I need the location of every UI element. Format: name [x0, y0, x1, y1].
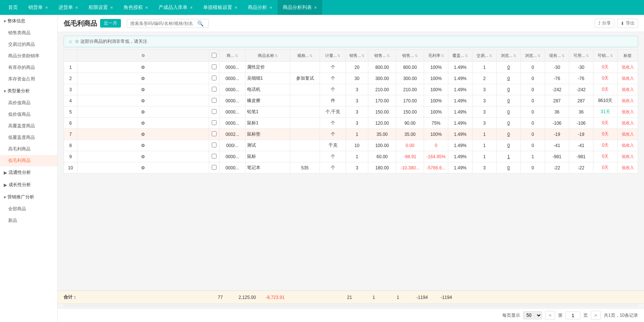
cell-browse1[interactable]: 0 [497, 106, 521, 118]
th-code[interactable]: 商...⇅ [220, 50, 246, 62]
sidebar-item-low-profit[interactable]: 低毛利商品 [0, 155, 57, 166]
sidebar-item-low-value[interactable]: 低价值商品 [0, 109, 57, 120]
th-sellable[interactable]: 可销...⇅ [593, 50, 618, 62]
th-available[interactable]: 可用...⇅ [569, 50, 593, 62]
cell-check[interactable] [209, 118, 220, 129]
nav-template[interactable]: 单据模板设置 ✕ [198, 0, 243, 15]
nav-goods-analysis-list[interactable]: 商品分析列表 ✕ [278, 0, 322, 15]
cell-check[interactable] [209, 106, 220, 118]
cell-name[interactable]: 笔记本 [246, 162, 290, 173]
cell-browse1[interactable]: 0 [497, 62, 521, 73]
cell-check[interactable] [209, 84, 220, 95]
sidebar-section-growth[interactable]: ▶ 成长性分析 [0, 179, 57, 191]
cell-name[interactable]: 铅笔1 [246, 106, 290, 118]
th-gross-rate[interactable]: 毛利率⇅ [424, 50, 448, 62]
th-settings[interactable]: ⚙ [77, 50, 209, 62]
cell-settings[interactable]: ⚙ [77, 151, 209, 162]
sidebar-section-circulation[interactable]: ▶ 流通性分析 [0, 166, 57, 179]
cell-check[interactable] [209, 151, 220, 162]
sidebar-item-traded-goods[interactable]: 交易过的商品 [0, 39, 57, 50]
th-sale-qty[interactable]: 销售...⇅ [346, 50, 368, 62]
th-tag[interactable]: 标签 [618, 50, 638, 62]
cell-browse1[interactable]: 0 [497, 84, 521, 95]
sidebar-item-new-goods[interactable]: 新品 [0, 215, 57, 226]
cell-name[interactable]: 测试 [246, 140, 290, 151]
cell-name[interactable]: 鼠标 [246, 151, 290, 162]
cell-browse1[interactable]: 0 [497, 118, 521, 129]
cell-name[interactable]: 电话机 [246, 84, 290, 95]
nav-sales-order[interactable]: 销货单 ✕ [23, 0, 53, 15]
th-browse2[interactable]: 浏览...⇅ [521, 50, 545, 62]
cell-settings[interactable]: ⚙ [77, 140, 209, 151]
cell-check[interactable] [209, 140, 220, 151]
cell-settings[interactable]: ⚙ [77, 95, 209, 106]
cell-browse1[interactable]: 0 [497, 162, 521, 173]
nav-product-stock[interactable]: 产成品入库单 ✕ [153, 0, 198, 15]
cell-name[interactable]: 属性定价 [246, 62, 290, 73]
sidebar-item-sales-goods[interactable]: 销售类商品 [0, 27, 57, 39]
cell-check[interactable] [209, 62, 220, 73]
th-sale-price[interactable]: 销售...⇅ [368, 50, 396, 62]
sidebar-item-category-rate[interactable]: 商品分类助销率 [0, 50, 57, 62]
cell-settings[interactable]: ⚙ [77, 162, 209, 173]
cell-browse1[interactable]: 0 [497, 140, 521, 151]
cell-settings[interactable]: ⚙ [77, 84, 209, 95]
sidebar-section-overall[interactable]: ▾ 整体信息 [0, 15, 57, 27]
export-button[interactable]: ⬇ 导出 [617, 19, 638, 28]
nav-close-goods-analysis-list[interactable]: ✕ [314, 6, 317, 10]
nav-close-sales-order[interactable]: ✕ [45, 6, 48, 10]
th-spec[interactable]: 规格...⇅ [290, 50, 320, 62]
nav-goods-analysis[interactable]: 商品分析 ✕ [243, 0, 278, 15]
sidebar-item-high-coverage[interactable]: 高覆盖度商品 [0, 120, 57, 132]
sidebar-section-type-analysis[interactable]: ▾ 类型量分析 [0, 85, 57, 97]
th-browse1[interactable]: 浏览...⇅ [497, 50, 521, 62]
sidebar-item-in-stock[interactable]: 有库存的商品 [0, 62, 57, 73]
prev-page-button[interactable]: ＜ [545, 311, 555, 320]
sidebar-item-low-coverage[interactable]: 低覆盖度商品 [0, 132, 57, 143]
cell-browse1[interactable]: 1 [497, 151, 521, 162]
cell-check[interactable] [209, 162, 220, 173]
cell-browse1[interactable]: 0 [497, 73, 521, 84]
search-input[interactable] [130, 21, 197, 26]
page-size-select[interactable]: 50 100 200 [523, 311, 542, 319]
cell-settings[interactable]: ⚙ [77, 73, 209, 84]
cell-settings[interactable]: ⚙ [77, 118, 209, 129]
th-stock-now[interactable]: 现有...⇅ [545, 50, 569, 62]
cell-check[interactable] [209, 73, 220, 84]
nav-close-goods-analysis[interactable]: ✕ [269, 6, 272, 10]
cell-settings[interactable]: ⚙ [77, 129, 209, 140]
check-all[interactable] [212, 53, 217, 58]
horizontal-scrollbar[interactable] [64, 304, 638, 307]
th-name[interactable]: 商品名称⇅ [246, 50, 290, 62]
sidebar-item-high-profit[interactable]: 高毛利商品 [0, 143, 57, 155]
sidebar-section-marketing[interactable]: ▾ 营销推广分析 [0, 191, 57, 203]
nav-purchase[interactable]: 进货单 ✕ [53, 0, 83, 15]
th-unit[interactable]: 计量...⇅ [320, 50, 346, 62]
next-page-button[interactable]: ＞ [591, 311, 601, 320]
cell-name[interactable]: 橡皮擦 [246, 95, 290, 106]
cell-browse1[interactable]: 0 [497, 129, 521, 140]
nav-close-permission[interactable]: ✕ [110, 6, 113, 10]
period-button[interactable]: 近一月 [100, 19, 121, 28]
nav-close-role-auth[interactable]: ✕ [145, 6, 148, 10]
nav-home[interactable]: 首页 [3, 0, 23, 15]
th-sale-profit[interactable]: 销售...⇅ [396, 50, 424, 62]
nav-close-template[interactable]: ✕ [234, 6, 237, 10]
sidebar-item-all-goods[interactable]: 全部商品 [0, 203, 57, 215]
th-coverage[interactable]: 覆盖...⇅ [448, 50, 472, 62]
page-number-input[interactable] [565, 312, 580, 319]
sidebar-item-stock-fund[interactable]: 库存资金占用 [0, 73, 57, 85]
share-button[interactable]: ⤴ 分享 [595, 19, 614, 28]
cell-settings[interactable]: ⚙ [77, 62, 209, 73]
cell-name[interactable]: 鼠标1 [246, 118, 290, 129]
nav-role-auth[interactable]: 角色授权 ✕ [118, 0, 153, 15]
cell-check[interactable] [209, 129, 220, 140]
nav-close-purchase[interactable]: ✕ [75, 6, 78, 10]
cell-settings[interactable]: ⚙ [77, 106, 209, 118]
sidebar-item-high-value[interactable]: 高价值商品 [0, 97, 57, 109]
nav-permission[interactable]: 权限设置 ✕ [83, 0, 118, 15]
cell-browse1[interactable]: 0 [497, 95, 521, 106]
cell-check[interactable] [209, 95, 220, 106]
cell-name[interactable]: 鼠标垫 [246, 129, 290, 140]
cell-name[interactable]: 吴细细1 [246, 73, 290, 84]
